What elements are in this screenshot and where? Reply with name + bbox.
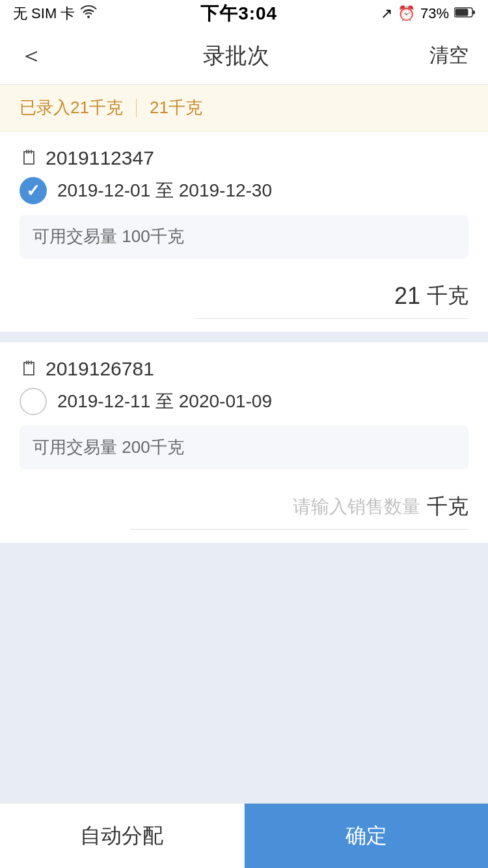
batch-date-row-2[interactable]: 2019-12-11 至 2020-01-09 <box>20 388 468 415</box>
info-banner: 已录入21千克 21千克 <box>0 85 488 131</box>
auto-distribute-button[interactable]: 自动分配 <box>0 804 245 868</box>
recorded-label: 已录入21千克 <box>20 96 123 119</box>
batch-id-2: 2019126781 <box>46 358 154 380</box>
card-bottom-space-2 <box>0 530 488 543</box>
location-icon: ↗ <box>381 5 392 22</box>
recorded-value: 21千克 <box>150 96 202 119</box>
batch-card-2: 🗒 2019126781 2019-12-11 至 2020-01-09 可用交… <box>0 342 488 543</box>
batch-id-row-1: 🗒 2019112347 <box>20 147 468 169</box>
nav-bar: ＜ 录批次 清空 <box>0 27 488 85</box>
bottom-bar: 自动分配 确定 <box>0 803 488 868</box>
batch-id-1: 2019112347 <box>46 147 154 169</box>
wifi-icon <box>80 5 97 22</box>
status-time: 下午3:04 <box>200 1 277 26</box>
batch-available-2: 可用交易量 200千克 <box>20 426 468 469</box>
status-left: 无 SIM 卡 <box>13 4 97 23</box>
input-row-2: 请输入销售数量 千克 <box>0 482 488 521</box>
alarm-icon: ⏰ <box>398 5 415 22</box>
page-title: 录批次 <box>203 41 269 71</box>
status-right: ↗ ⏰ 73% <box>381 5 475 22</box>
input-unit-2: 千克 <box>427 493 468 521</box>
back-button[interactable]: ＜ <box>20 40 43 72</box>
quantity-value-1: 21 <box>394 282 420 310</box>
card-bottom-space-1 <box>0 319 488 332</box>
svg-rect-2 <box>455 9 468 16</box>
svg-rect-1 <box>472 10 475 14</box>
input-placeholder-2: 请输入销售数量 <box>293 495 420 519</box>
batch-date-2: 2019-12-11 至 2020-01-09 <box>57 389 272 414</box>
banner-divider <box>136 99 137 117</box>
batch-id-row-2: 🗒 2019126781 <box>20 358 468 380</box>
batch-icon-1: 🗒 <box>20 147 39 169</box>
section-divider <box>0 332 488 342</box>
radio-2[interactable] <box>20 388 47 415</box>
quantity-unit-1: 千克 <box>427 282 468 310</box>
battery-icon <box>454 5 475 22</box>
radio-1[interactable] <box>20 177 47 204</box>
batch-card-1: 🗒 2019112347 2019-12-01 至 2019-12-30 可用交… <box>0 131 488 332</box>
quantity-row-1: 21 千克 <box>0 271 488 310</box>
sim-status: 无 SIM 卡 <box>13 4 75 23</box>
batch-date-row-1[interactable]: 2019-12-01 至 2019-12-30 <box>20 177 468 204</box>
confirm-button[interactable]: 确定 <box>245 804 489 868</box>
battery-percent: 73% <box>420 5 449 22</box>
batch-date-1: 2019-12-01 至 2019-12-30 <box>57 178 272 203</box>
empty-area <box>0 543 488 829</box>
status-bar: 无 SIM 卡 下午3:04 ↗ ⏰ 73% <box>0 0 488 27</box>
batch-icon-2: 🗒 <box>20 358 39 380</box>
batch-available-1: 可用交易量 100千克 <box>20 215 468 258</box>
clear-button[interactable]: 清空 <box>429 42 468 69</box>
